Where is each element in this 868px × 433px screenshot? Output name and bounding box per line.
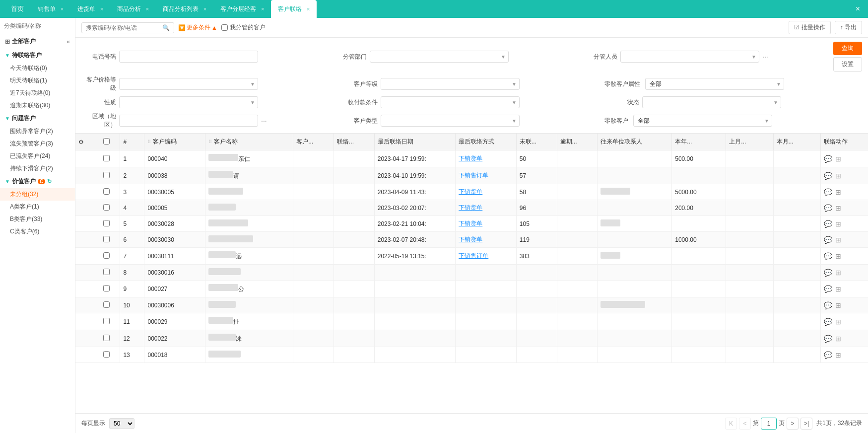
staff-select[interactable] (620, 51, 759, 63)
row-checkbox[interactable] (103, 351, 110, 358)
sidebar-item-class-a[interactable]: A类客户(1) (0, 201, 75, 213)
nav-tab-sales[interactable]: 销售单 × (31, 0, 70, 18)
contact-way-link[interactable]: 下销货单 (459, 236, 482, 243)
price-select[interactable] (119, 78, 258, 90)
grid-action-icon[interactable]: ⊞ (835, 285, 841, 293)
col-settings-header[interactable]: ⚙ (75, 134, 100, 150)
sidebar-problem-group[interactable]: ▼ 问题客户 (0, 112, 75, 125)
grid-action-icon[interactable]: ⊞ (835, 188, 841, 196)
row-checkbox[interactable] (103, 188, 110, 195)
select-all-checkbox[interactable] (103, 138, 110, 144)
region-input[interactable] (119, 115, 258, 127)
filter-search-icon[interactable]: 🔍 (162, 24, 170, 31)
row-checkbox[interactable] (103, 236, 110, 242)
nav-tab-purchase[interactable]: 进货单 × (70, 0, 110, 18)
cust-type-select[interactable] (381, 115, 520, 127)
sidebar-item-class-c[interactable]: C类客户(6) (0, 225, 75, 238)
nav-tab-analysis[interactable]: 商品分析 × (110, 0, 156, 18)
chat-icon[interactable]: 💬 (824, 301, 832, 309)
gender-select[interactable] (119, 96, 258, 108)
row-checkbox[interactable] (103, 335, 110, 341)
row-checkbox[interactable] (103, 172, 110, 178)
sidebar-item-7day-pending[interactable]: 近7天待联络(0) (0, 87, 75, 99)
sidebar-all-customers[interactable]: ⊞ 全部客户 « (0, 34, 75, 49)
chat-icon[interactable]: 💬 (824, 318, 832, 326)
retail-attr-select[interactable]: 全部 (645, 78, 784, 90)
status-select[interactable] (642, 96, 781, 108)
grid-action-icon[interactable]: ⊞ (835, 269, 841, 277)
sidebar-item-today-pending[interactable]: 今天待联络(0) (0, 62, 75, 74)
contact-way-link[interactable]: 下销货单 (459, 188, 482, 195)
sidebar-item-churned[interactable]: 已流失客户(24) (0, 150, 75, 162)
grid-action-icon[interactable]: ⊞ (835, 172, 841, 180)
region-more-button[interactable]: ··· (261, 117, 267, 125)
close-tab-seg-icon[interactable]: × (261, 6, 264, 12)
grid-action-icon[interactable]: ⊞ (835, 252, 841, 260)
nav-tab-analysis-list[interactable]: 商品分析列表 × (156, 0, 213, 18)
chat-icon[interactable]: 💬 (824, 155, 832, 163)
chat-icon[interactable]: 💬 (824, 172, 832, 180)
sidebar-pending-group[interactable]: ▼ 待联络客户 (0, 49, 75, 62)
page-size-select[interactable]: 10 20 50 100 (109, 418, 134, 429)
chat-icon[interactable]: 💬 (824, 351, 832, 359)
prev-page-button[interactable]: < (739, 418, 751, 430)
payment-select[interactable] (381, 96, 520, 108)
row-checkbox[interactable] (103, 301, 110, 308)
sidebar-item-class-b[interactable]: B类客户(33) (0, 213, 75, 225)
sidebar-item-tomorrow-pending[interactable]: 明天待联络(1) (0, 74, 75, 87)
window-close-button[interactable]: × (852, 4, 864, 13)
row-checkbox[interactable] (103, 220, 110, 226)
chat-icon[interactable]: 💬 (824, 252, 832, 260)
row-checkbox[interactable] (103, 155, 110, 161)
sidebar-search-input[interactable] (4, 22, 75, 29)
close-tab-contact-icon[interactable]: × (307, 6, 310, 12)
sidebar-item-overdue-pending[interactable]: 逾期未联络(30) (0, 99, 75, 112)
row-checkbox[interactable] (103, 269, 110, 275)
grid-action-icon[interactable]: ⊞ (835, 351, 841, 359)
row-checkbox[interactable] (103, 318, 110, 324)
more-conditions-toggle[interactable]: 🔽 更多条件 ▲ (178, 23, 217, 32)
query-button[interactable]: 查询 (833, 42, 862, 55)
grid-action-icon[interactable]: ⊞ (835, 335, 841, 343)
contact-way-link[interactable]: 下销货单 (459, 155, 482, 162)
chat-icon[interactable]: 💬 (824, 220, 832, 228)
chat-icon[interactable]: 💬 (824, 285, 832, 293)
grid-action-icon[interactable]: ⊞ (835, 204, 841, 212)
contact-way-link[interactable]: 下销售订单 (459, 172, 488, 179)
last-page-button[interactable]: >| (801, 418, 812, 430)
chat-icon[interactable]: 💬 (824, 204, 832, 212)
sidebar-item-churn-warning[interactable]: 流失预警客户(3) (0, 138, 75, 150)
grid-action-icon[interactable]: ⊞ (835, 236, 841, 244)
grid-action-icon[interactable]: ⊞ (835, 155, 841, 163)
row-checkbox[interactable] (103, 285, 110, 291)
contact-way-link[interactable]: 下销售订单 (459, 252, 488, 259)
sidebar-item-declining[interactable]: 持续下滑客户(2) (0, 162, 75, 175)
row-checkbox[interactable] (103, 252, 110, 259)
contact-way-link[interactable]: 下销货单 (459, 220, 482, 227)
chat-icon[interactable]: 💬 (824, 335, 832, 343)
staff-more-button[interactable]: ··· (762, 53, 768, 61)
first-page-button[interactable]: K (725, 418, 737, 430)
reset-button[interactable]: 设置 (833, 57, 862, 72)
grid-action-icon[interactable]: ⊞ (835, 301, 841, 309)
close-tab-sales-icon[interactable]: × (61, 6, 64, 12)
close-tab-analysis-icon[interactable]: × (146, 6, 149, 12)
refresh-icon[interactable]: ↻ (47, 178, 52, 185)
chat-icon[interactable]: 💬 (824, 236, 832, 244)
settings-icon[interactable]: ⚙ (78, 139, 84, 145)
close-tab-analysis-list-icon[interactable]: × (203, 6, 206, 12)
nav-home[interactable]: 首页 (4, 0, 31, 18)
chat-icon[interactable]: 💬 (824, 188, 832, 196)
grid-action-icon[interactable]: ⊞ (835, 220, 841, 228)
next-page-button[interactable]: > (787, 418, 799, 430)
retail-cust-select[interactable]: 全部 (633, 115, 772, 127)
sidebar-value-group[interactable]: ▼ 价值客户 C ↻ (0, 175, 75, 188)
close-tab-purchase-icon[interactable]: × (100, 6, 103, 12)
sidebar-item-ungrouped[interactable]: 未分组(32) (0, 188, 75, 201)
chat-icon[interactable]: 💬 (824, 269, 832, 277)
my-customers-checkbox[interactable] (221, 24, 228, 31)
customer-search-input[interactable] (86, 24, 160, 31)
row-checkbox[interactable] (103, 204, 110, 211)
nav-tab-customer-seg[interactable]: 客户分层经客 × (213, 0, 271, 18)
export-button[interactable]: ↑ 导出 (835, 21, 862, 34)
